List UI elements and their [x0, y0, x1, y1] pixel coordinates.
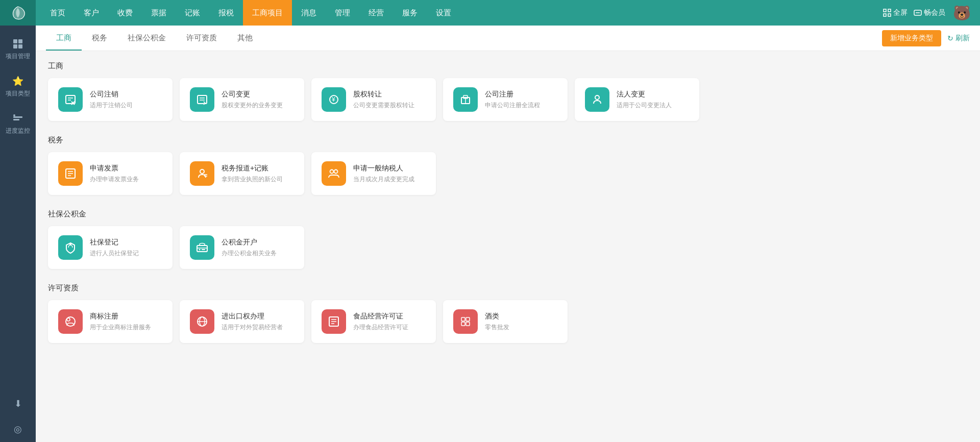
card-info-general-taxpayer: 申请一般纳税人 当月或次月成变更完成 — [353, 164, 426, 184]
card-legal-change[interactable]: 法人变更 适用于公司变更法人 — [575, 78, 699, 121]
nav-accounting[interactable]: 记账 — [176, 0, 209, 26]
sidebar: 项目管理 ⭐ 项目类型 进度监控 ⬇ ◎ — [0, 26, 36, 442]
content-area: 工商 税务 社保公积金 许可资质 其他 新增业务类型 ↻ 刷新 工商 — [36, 26, 980, 442]
svg-rect-40 — [202, 249, 205, 250]
sidebar-item-project-type[interactable]: ⭐ 项目类型 — [0, 68, 36, 105]
card-icon-company-cancel — [58, 87, 83, 112]
card-title: 食品经营许可证 — [353, 312, 426, 321]
card-title: 公司变更 — [222, 90, 294, 99]
svg-text:¥: ¥ — [331, 96, 335, 103]
sidebar-download-btn[interactable]: ⬇ — [0, 391, 36, 416]
card-icon-food-license — [322, 309, 346, 334]
nav-service[interactable]: 服务 — [393, 0, 427, 26]
card-title: 公司注销 — [90, 90, 162, 99]
sidebar-item-project-manage[interactable]: 项目管理 — [0, 31, 36, 68]
card-apply-invoice[interactable]: 申请发票 办理申请发票业务 — [48, 152, 173, 195]
svg-rect-2 — [884, 14, 886, 16]
card-info-company-cancel: 公司注销 适用于注销公司 — [90, 90, 162, 110]
card-desc: 拿到营业执照的新公司 — [222, 175, 294, 184]
card-info-liquor: 酒类 零售批发 — [485, 312, 557, 332]
nav-message[interactable]: 消息 — [292, 0, 326, 26]
nav-tax[interactable]: 报税 — [209, 0, 243, 26]
card-icon-provident-fund — [190, 235, 214, 260]
nav-settings[interactable]: 设置 — [427, 0, 460, 26]
card-equity-transfer[interactable]: ¥ 股权转让 公司变更需要股权转让 — [311, 78, 436, 121]
scroll-content[interactable]: 工商 公司注销 适用于注销公司 公司变更 — [36, 51, 980, 442]
card-liquor[interactable]: 酒类 零售批发 — [443, 300, 568, 343]
nav-invoice[interactable]: 票据 — [142, 0, 176, 26]
fullscreen-btn[interactable]: 全屏 — [883, 8, 908, 17]
tab-other[interactable]: 其他 — [227, 26, 263, 51]
user-avatar[interactable]: 🐻 — [951, 3, 972, 23]
project-manage-icon — [12, 38, 24, 50]
refresh-button[interactable]: ↻ 刷新 — [947, 34, 970, 43]
project-type-icon: ⭐ — [12, 75, 24, 87]
svg-rect-1 — [888, 9, 891, 12]
tab-bar-actions: 新增业务类型 ↻ 刷新 — [882, 30, 970, 46]
nav-business[interactable]: 工商项目 — [243, 0, 292, 26]
card-grid-gongshang: 公司注销 适用于注销公司 公司变更 股权变更外的业务变更 ¥ — [48, 78, 968, 121]
card-info-social-insurance: 社保登记 进行人员社保登记 — [90, 238, 162, 258]
sidebar-bottom: ⬇ ◎ — [0, 391, 36, 442]
card-icon-tax-report — [190, 161, 214, 186]
new-type-button[interactable]: 新增业务类型 — [882, 30, 941, 46]
svg-rect-10 — [13, 116, 22, 118]
card-icon-equity-transfer: ¥ — [322, 87, 346, 112]
card-title: 进出口权办理 — [222, 312, 294, 321]
sidebar-item-progress-monitor[interactable]: 进度监控 — [0, 105, 36, 142]
nav-client[interactable]: 客户 — [75, 0, 108, 26]
card-food-license[interactable]: 食品经营许可证 办理食品经营许可证 — [311, 300, 436, 343]
card-desc: 适用于注销公司 — [90, 101, 162, 110]
nav-home[interactable]: 首页 — [41, 0, 75, 26]
card-social-insurance[interactable]: 社保登记 进行人员社保登记 — [48, 226, 173, 269]
card-desc: 办理申请发票业务 — [90, 175, 162, 184]
tab-xuke[interactable]: 许可资质 — [176, 26, 227, 51]
section-title-gongshang: 工商 — [48, 61, 968, 71]
card-icon-general-taxpayer — [322, 161, 346, 186]
nav-operation[interactable]: 经营 — [359, 0, 393, 26]
card-info-legal-change: 法人变更 适用于公司变更法人 — [617, 90, 689, 110]
svg-rect-37 — [197, 245, 207, 252]
svg-rect-9 — [18, 44, 22, 48]
section-title-shebao: 社保公积金 — [48, 209, 968, 219]
svg-point-36 — [69, 243, 71, 245]
card-title: 股权转让 — [353, 90, 426, 99]
svg-point-26 — [595, 95, 599, 100]
logo — [0, 0, 36, 26]
card-info-trademark: 商标注册 用于企业商标注册服务 — [90, 312, 162, 332]
card-general-taxpayer[interactable]: 申请一般纳税人 当月或次月成变更完成 — [311, 152, 436, 195]
tab-shuiwu[interactable]: 税务 — [82, 26, 117, 51]
main-layout: 项目管理 ⭐ 项目类型 进度监控 ⬇ ◎ 工商 税务 社保公积金 — [0, 26, 980, 442]
card-info-company-register: 公司注册 申请公司注册全流程 — [485, 90, 557, 110]
card-import-export[interactable]: 进出口权办理 适用于对外贸易经营者 — [180, 300, 304, 343]
member-btn[interactable]: 畅会员 — [914, 8, 945, 17]
progress-monitor-icon — [12, 112, 24, 125]
svg-rect-3 — [888, 14, 891, 16]
svg-rect-53 — [466, 322, 470, 326]
card-icon-social-insurance — [58, 235, 83, 260]
nav-manage[interactable]: 管理 — [326, 0, 359, 26]
nav-fee[interactable]: 收费 — [108, 0, 142, 26]
card-company-register[interactable]: 公司注册 申请公司注册全流程 — [443, 78, 568, 121]
tab-gongshang[interactable]: 工商 — [46, 26, 82, 51]
card-info-import-export: 进出口权办理 适用于对外贸易经营者 — [222, 312, 294, 332]
tab-shebao[interactable]: 社保公积金 — [117, 26, 176, 51]
card-desc: 用于企业商标注册服务 — [90, 323, 162, 332]
card-grid-shuiwu: 申请发票 办理申请发票业务 税务报道+记账 拿到营业执照的新公司 — [48, 152, 968, 195]
card-tax-report[interactable]: 税务报道+记账 拿到营业执照的新公司 — [180, 152, 304, 195]
svg-rect-7 — [18, 39, 22, 43]
card-title: 公司注册 — [485, 90, 557, 99]
card-desc: 适用于公司变更法人 — [617, 101, 689, 110]
card-company-cancel[interactable]: 公司注销 适用于注销公司 — [48, 78, 173, 121]
card-provident-fund[interactable]: 公积金开户 办理公积金相关业务 — [180, 226, 304, 269]
card-company-change[interactable]: 公司变更 股权变更外的业务变更 — [180, 78, 304, 121]
card-title: 社保登记 — [90, 238, 162, 247]
tab-bar: 工商 税务 社保公积金 许可资质 其他 新增业务类型 ↻ 刷新 — [36, 26, 980, 51]
card-title: 申请一般纳税人 — [353, 164, 426, 173]
card-desc: 零售批发 — [485, 323, 557, 332]
sidebar-help-btn[interactable]: ◎ — [0, 416, 36, 442]
card-icon-import-export — [190, 309, 214, 334]
card-trademark[interactable]: 商标注册 用于企业商标注册服务 — [48, 300, 173, 343]
card-icon-company-change — [190, 87, 214, 112]
svg-rect-51 — [466, 317, 470, 321]
